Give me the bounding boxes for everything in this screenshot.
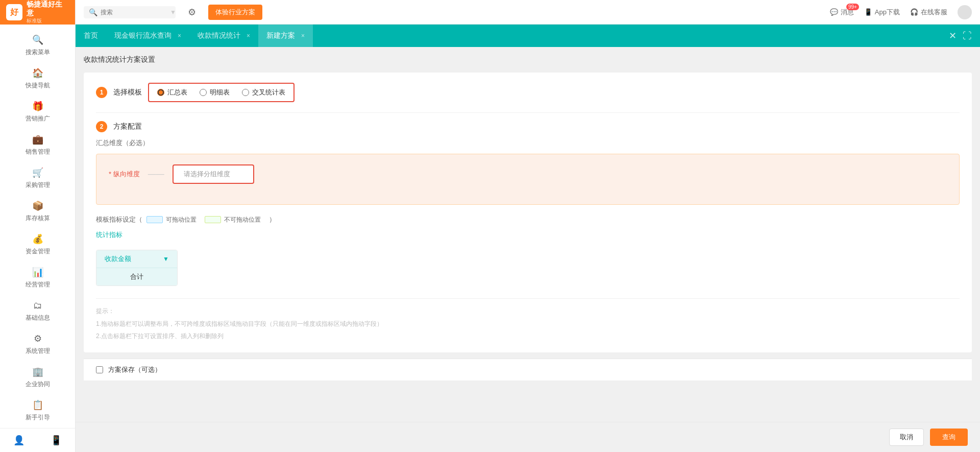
radio-summary-input[interactable] [157,89,164,96]
step2-badge: 2 [96,121,107,132]
user-avatar[interactable] [958,5,972,19]
radio-detail-input[interactable] [200,89,207,96]
tab-new-plan-close[interactable]: × [301,32,305,39]
sidebar-item-label: 系统管理 [26,347,50,355]
marketing-icon: 🎁 [32,100,44,112]
dimension-arrow: —— [148,170,164,179]
app-name-block: 畅捷通好生意 标准版 [27,0,69,25]
search-menu-icon: 🔍 [32,34,44,46]
sidebar-bottom-icon2-icon: 📱 [51,435,62,446]
sidebar-item-label: 销售管理 [26,148,50,156]
sidebar-item-guide[interactable]: 📋 新手引导 [0,394,75,427]
step-divider [96,112,960,113]
sidebar-item-enterprise[interactable]: 🏢 企业协同 [0,361,75,394]
tips-line2: 2.点击标题栏下拉可设置排序、插入列和删除列 [96,330,960,342]
tips-area: 提示： 1.拖动标题栏可以调整布局，不可跨维度或指标区域拖动目字段（只能在同一维… [96,298,960,342]
tab-collection-stat-close[interactable]: × [247,32,250,39]
content-wrapper: 收款情况统计方案设置 1 选择模板 汇总表 明细表 [76,47,980,452]
industry-btn[interactable]: 体验行业方案 [208,5,262,20]
download-btn[interactable]: 📱 App下载 [864,8,900,17]
metrics-dropdown-icon[interactable]: ▼ [163,255,169,263]
dimension-section-title: 汇总维度（必选） [96,138,960,148]
gear-button[interactable]: ⚙ [184,4,200,20]
radio-detail[interactable]: 明细表 [200,88,230,97]
step1-label: 选择模板 [113,88,142,97]
sidebar-item-label: 营销推广 [26,114,50,123]
sidebar-item-system[interactable]: ⚙ 系统管理 [0,327,75,361]
tab-close-all-btn[interactable]: ✕ [949,30,957,41]
sidebar-item-finance[interactable]: 💰 资金管理 [0,228,75,261]
sidebar-item-inventory[interactable]: 📦 库存核算 [0,195,75,228]
radio-cross[interactable]: 交叉统计表 [242,88,285,97]
radio-cross-input[interactable] [242,89,249,96]
footer-buttons: 取消 查询 [76,422,980,452]
top-header: 🔍 ▼ ⚙ 体验行业方案 💬 消息 99+ 📱 App下载 🎧 在线客服 [76,0,980,25]
sidebar-item-label: 经营管理 [26,280,50,289]
query-button[interactable]: 查询 [930,429,968,446]
service-icon: 🎧 [910,8,918,16]
service-btn[interactable]: 🎧 在线客服 [910,8,947,17]
tab-bar-actions: ✕ ⛶ [949,30,980,41]
notification-badge: 99+ [846,4,859,10]
step2-row: 2 方案配置 [96,121,960,132]
dimension-row: * 纵向维度 —— 请选择分组维度 [109,164,947,184]
sidebar-item-purchase[interactable]: 🛒 采购管理 [0,161,75,195]
tips-line1: 1.拖动标题栏可以调整布局，不可跨维度或指标区域拖动目字段（只能在同一维度或指标… [96,318,960,330]
sidebar-item-label: 搜索菜单 [26,48,50,57]
app-name: 畅捷通好生意 [27,0,69,17]
sidebar-item-label: 采购管理 [26,181,50,189]
sidebar-bottom-icon2[interactable]: 📱 [51,435,62,446]
radio-summary[interactable]: 汇总表 [157,88,187,97]
finance-icon: 💰 [32,233,44,245]
page-title: 收款情况统计方案设置 [84,55,972,64]
radio-summary-label: 汇总表 [167,88,187,97]
cancel-button[interactable]: 取消 [889,429,924,446]
download-label: App下载 [875,8,900,17]
tab-expand-btn[interactable]: ⛶ [963,31,972,41]
vertical-dimension-label: * 纵向维度 [109,170,140,179]
metrics-section: 模板指标设定（ 可拖动位置 不可拖动位置 ） [96,215,960,288]
sidebar-item-operations[interactable]: 📊 经营管理 [0,261,75,294]
notification-icon: 💬 [830,8,838,16]
sidebar-item-label: 基础信息 [26,314,50,322]
dimension-section: 汇总维度（必选） * 纵向维度 —— 请选择分组维度 [96,138,960,205]
stats-indicator-label: 统计指标 [96,230,960,240]
tab-cashflow[interactable]: 现金银行流水查询 × [106,25,189,47]
step1-badge: 1 [96,87,107,98]
sidebar-bottom-icon1[interactable]: 👤 [13,435,24,446]
sidebar-item-sales[interactable]: 💼 销售管理 [0,128,75,161]
sidebar-item-search-menu[interactable]: 🔍 搜索菜单 [0,29,75,62]
tab-new-plan[interactable]: 新建方案 × [258,25,313,47]
legend-draggable-label: 可拖动位置 [166,216,197,224]
dimension-area: * 纵向维度 —— 请选择分组维度 [96,154,960,205]
metrics-legend: 可拖动位置 不可拖动位置 ） [146,215,276,224]
search-input[interactable] [101,9,167,16]
save-checkbox[interactable] [96,366,103,373]
download-icon: 📱 [864,8,872,16]
tab-home[interactable]: 首页 [76,25,106,47]
sidebar-item-label: 企业协同 [26,380,50,389]
sidebar-item-marketing[interactable]: 🎁 营销推广 [0,95,75,128]
system-icon: ⚙ [32,332,44,345]
sidebar-item-basic-info[interactable]: 🗂 基础信息 [0,294,75,327]
header-left: 🔍 ▼ ⚙ 体验行业方案 [84,4,822,20]
tab-cashflow-close[interactable]: × [178,32,181,39]
sidebar-logo: 好 畅捷通好生意 标准版 [0,0,75,25]
metrics-table-cell: 合计 [96,268,177,286]
sidebar-item-label: 库存核算 [26,214,50,223]
sidebar-bottom: 👤 📱 [0,428,75,452]
tab-new-plan-label: 新建方案 [266,31,295,40]
metrics-table: 收款金额 ▼ 合计 [96,250,178,286]
sidebar-item-quick-nav[interactable]: 🏠 快捷导航 [0,62,75,95]
sidebar-item-label: 资金管理 [26,247,50,256]
save-section: 方案保存（可选） [84,359,972,380]
legend-draggable-icon [146,216,163,223]
service-label: 在线客服 [921,8,947,17]
radio-detail-label: 明细表 [210,88,230,97]
dimension-select-box[interactable]: 请选择分组维度 [173,164,254,184]
tab-collection-stat[interactable]: 收款情况统计 × [189,25,258,47]
sidebar-bottom-icon1-icon: 👤 [13,435,24,446]
metrics-table-header: 收款金额 ▼ [96,250,177,268]
search-bar[interactable]: 🔍 ▼ [84,6,176,18]
notification-btn[interactable]: 💬 消息 99+ [830,8,854,17]
